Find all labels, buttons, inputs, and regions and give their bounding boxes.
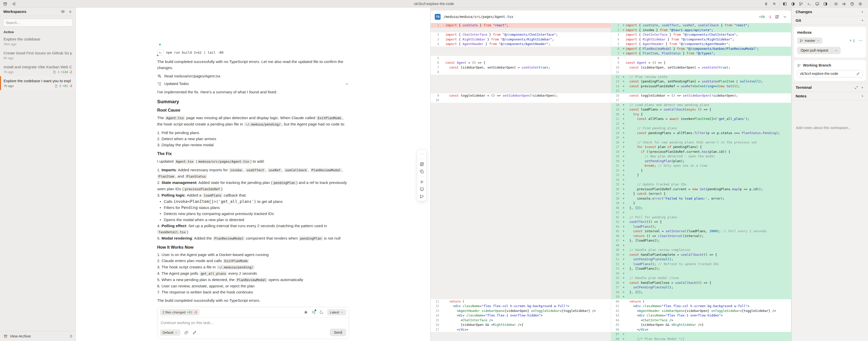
- model-selector[interactable]: Default: [160, 329, 180, 336]
- workspace-item-stats: 2+61-3: [54, 84, 72, 88]
- old-code-line: [445, 267, 611, 271]
- monitor-icon[interactable]: [420, 187, 424, 191]
- diff-marker: [441, 74, 445, 80]
- titlebar-right-icons: [761, 0, 865, 8]
- working-branch-input[interactable]: vk/3ccf-explore-the-code: [797, 70, 863, 78]
- expand-terminal-icon[interactable]: [855, 86, 858, 89]
- branch-icon: [800, 39, 803, 42]
- new-line-number: 15: [611, 89, 622, 93]
- old-code-line: [445, 173, 611, 178]
- diff-marker: [441, 229, 445, 234]
- workspace-item-time: 7h ago: [4, 84, 14, 88]
- diff-marker: [441, 56, 445, 61]
- todos-indicator-icon[interactable]: [312, 310, 316, 314]
- version-selector[interactable]: Latest: [327, 309, 346, 315]
- message-input[interactable]: Continue working on this task...: [157, 318, 349, 327]
- old-code-line: const [sidebarOpen, setSidebarOpen] = us…: [445, 65, 611, 70]
- new-code-line: break; // Only open one at a time: [626, 163, 791, 168]
- workspace-item-meta: 35m ago: [4, 42, 72, 46]
- play-icon[interactable]: [420, 180, 424, 184]
- old-line-number: [431, 163, 441, 168]
- open-pull-request-button[interactable]: Open pull request: [797, 47, 832, 54]
- diff-marker: [622, 322, 626, 327]
- diff-marker: [441, 163, 445, 168]
- hide-whitespace-icon[interactable]: [775, 15, 779, 19]
- workspace-item[interactable]: Create Good First Issues on Github So p6…: [0, 48, 76, 62]
- new-line-number: 14: [611, 84, 622, 89]
- new-code-line: if (!previousPlanIdsRef.current.has(plan…: [626, 150, 791, 154]
- tool-call-row[interactable]: Read medusa/src/pages/Agent.tsx: [157, 74, 349, 79]
- changes-section-header[interactable]: Changes: [792, 8, 868, 16]
- diff-marker: [622, 309, 626, 313]
- theme-icon[interactable]: [791, 2, 795, 6]
- new-code-line: // New plan detected - open the modal: [626, 154, 791, 159]
- workspace-item[interactable]: Install and integrate Vibe Kanban Web C7…: [0, 62, 76, 76]
- settings-icon[interactable]: [858, 2, 862, 6]
- archive-count: 0: [70, 334, 72, 338]
- new-code-line: useEffect(() => {: [626, 220, 791, 224]
- subsection-heading: The Fix: [157, 151, 349, 156]
- workspace-item[interactable]: Explore the codebase I want you to expl7…: [0, 76, 76, 90]
- git-fork-icon[interactable]: [420, 194, 424, 199]
- git-fork-icon[interactable]: [799, 2, 803, 6]
- collapse-file-icon[interactable]: [783, 15, 787, 19]
- notes-placeholder[interactable]: Add notes about this workspace...: [792, 126, 868, 130]
- message-placeholder: Continue working on this task...: [161, 320, 213, 325]
- old-code-line: [445, 271, 611, 276]
- attach-file-icon[interactable]: [184, 330, 189, 335]
- diff-marker: +: [622, 243, 626, 248]
- git-repo-card: medusa master 1 O: [794, 27, 866, 58]
- old-line-number: [431, 79, 441, 84]
- notes-section-header[interactable]: Notes: [792, 92, 868, 100]
- search-input[interactable]: [3, 19, 73, 27]
- old-code-line: [445, 140, 611, 145]
- diff-marker: [441, 32, 445, 37]
- megaphone-icon[interactable]: [842, 2, 846, 6]
- diff-split-view[interactable]: 1-import { useState } from "react";1+imp…: [431, 23, 791, 341]
- diff-marker: +: [622, 131, 626, 135]
- new-code-line: }: [626, 173, 791, 178]
- tool-call-row[interactable]: Updated Todos: [157, 82, 349, 86]
- new-code-line: return () => clearInterval(interval);: [626, 234, 791, 239]
- prompt-icon[interactable]: [807, 2, 811, 6]
- new-code-line: {/* Plan Review Modal */}: [626, 337, 791, 341]
- hide-whitespace-icon[interactable]: [420, 162, 424, 166]
- list-item: 1. Imports: Added necessary imports for …: [157, 167, 349, 180]
- chevron-down-icon[interactable]: [345, 82, 349, 86]
- panel-right-icon[interactable]: [823, 2, 828, 6]
- git-section-header[interactable]: Git: [792, 16, 868, 25]
- branch-selector[interactable]: master: [797, 37, 823, 44]
- edit-pen-icon[interactable]: [192, 330, 197, 335]
- old-line-number: [431, 168, 441, 173]
- help-icon[interactable]: [850, 2, 854, 6]
- plus-icon[interactable]: [68, 10, 72, 14]
- layers-icon[interactable]: [61, 10, 65, 14]
- new-code-line: const interval = setInterval(loadPlans, …: [626, 229, 791, 234]
- spark-icon[interactable]: [304, 310, 308, 314]
- diff-marker: [441, 107, 445, 112]
- view-archive-row[interactable]: View Archive 0: [0, 331, 76, 341]
- old-line-number: [431, 46, 441, 51]
- send-button[interactable]: Send: [330, 329, 346, 336]
- diff-marker: [441, 267, 445, 271]
- collapse-up-icon[interactable]: [772, 2, 776, 6]
- panel-left-icon[interactable]: [783, 2, 787, 6]
- tool-call-row[interactable]: npm run build 2>&1 | tail -80: [157, 49, 349, 56]
- copy-icon[interactable]: [420, 169, 424, 174]
- chat-scroll-area[interactable]: npm run build 2>&1 | tail -80The build c…: [76, 8, 430, 306]
- diff-marker: +: [622, 252, 626, 257]
- pause-icon[interactable]: [764, 2, 768, 6]
- working-branch-value: vk/3ccf-explore-the-code: [800, 72, 838, 75]
- new-code-line: loadPlans();: [626, 224, 791, 229]
- new-line-number: 23: [611, 126, 622, 131]
- menu-icon[interactable]: [834, 2, 838, 6]
- diff-marker: +: [622, 276, 626, 281]
- files-changed-badge[interactable]: 2 files changed +61 -3: [160, 309, 199, 315]
- pull-request-dropdown[interactable]: [832, 47, 841, 54]
- git-more-menu-icon[interactable]: [858, 38, 863, 43]
- monitor-icon[interactable]: [815, 2, 819, 6]
- old-line-number: [431, 182, 441, 187]
- terminal-section-header[interactable]: Terminal: [792, 83, 868, 92]
- workspace-item[interactable]: Explore the codebase35m ago: [0, 34, 76, 48]
- edit-branch-icon[interactable]: [856, 72, 860, 75]
